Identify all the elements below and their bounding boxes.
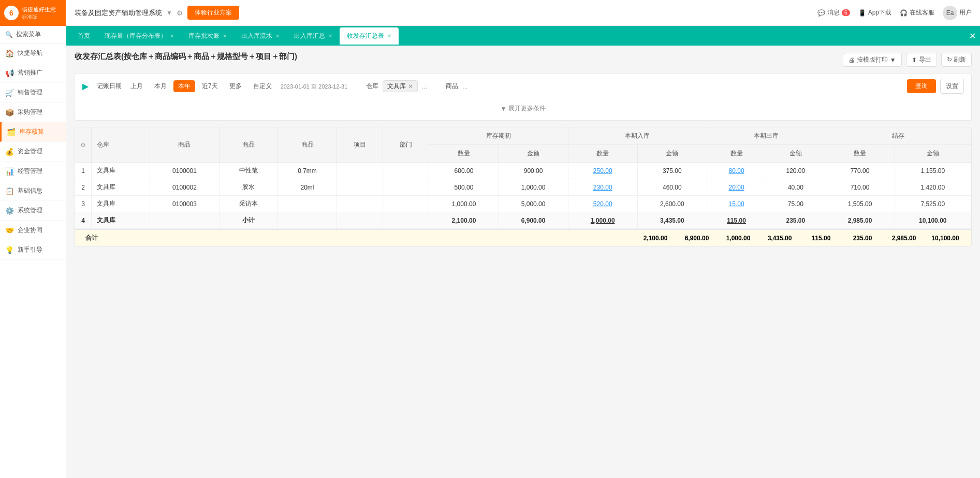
- filter-setting-btn[interactable]: 设置: [940, 79, 964, 94]
- tab-close-icon[interactable]: ✕: [387, 33, 391, 39]
- filter-more-btn[interactable]: 更多: [225, 80, 246, 92]
- cell-bal-qty: 770.00: [825, 163, 895, 179]
- user-item[interactable]: Ea 用户: [943, 6, 972, 20]
- tab-bar: 首页 现存量（库存分布表） ✕ 库存批次账 ✕ 出入库流水 ✕ 出入库汇总 ✕ …: [66, 26, 980, 46]
- cell-out-qty[interactable]: 80.00: [707, 163, 766, 179]
- settings-icon[interactable]: ⚙: [177, 9, 183, 17]
- dropdown-arrow: ▼: [166, 9, 172, 17]
- cell-project: [337, 179, 383, 196]
- dropdown-arrow: ▼: [890, 56, 896, 64]
- tab-inventory-dist[interactable]: 现存量（库存分布表） ✕: [97, 27, 181, 45]
- page-title: 收发存汇总表(按仓库＋商品编码＋商品＋规格型号＋项目＋部门): [75, 52, 297, 62]
- cell-bal-qty: 710.00: [825, 179, 895, 196]
- page-content: 收发存汇总表(按仓库＋商品编码＋商品＋规格型号＋项目＋部门) 🖨 按模版打印 ▼…: [66, 46, 980, 478]
- table-row: 3 文具库 0100003 采访本 1,000.00 5,000.00 520.…: [75, 196, 971, 212]
- th-product-code: 商品: [150, 127, 219, 163]
- cell-product-code: 0100001: [150, 163, 219, 179]
- filter-this-year-btn[interactable]: 本年: [173, 80, 195, 92]
- sidebar-item-enterprise[interactable]: 🤝 企业协同: [0, 221, 66, 240]
- search-icon: 🔍: [5, 31, 13, 38]
- cell-out-amt: 75.00: [766, 196, 825, 212]
- trial-btn[interactable]: 体验行业方案: [187, 6, 239, 20]
- expand-btn[interactable]: ▼ 展开更多条件: [501, 104, 546, 113]
- sidebar-item-inventory[interactable]: 🗂️ 库存核算: [0, 122, 66, 142]
- th-open-amt: 金额: [499, 145, 568, 163]
- cell-product-spec: 0.7mm: [277, 163, 337, 179]
- filter-last-month-btn[interactable]: 上月: [126, 80, 148, 92]
- filter-collapse-btn[interactable]: ▶: [82, 81, 89, 91]
- cell-in-qty[interactable]: 250.00: [568, 163, 637, 179]
- tab-close-icon[interactable]: ✕: [170, 33, 174, 39]
- tab-close-icon[interactable]: ✕: [223, 33, 227, 39]
- tab-stock-summary[interactable]: 收发存汇总表 ✕: [340, 27, 399, 45]
- print-icon: 🖨: [849, 56, 855, 64]
- footer-label: 合计: [85, 234, 98, 242]
- tab-close-icon[interactable]: ✕: [328, 33, 332, 39]
- filter-product-more[interactable]: ...: [462, 83, 467, 90]
- sidebar-item-purchase[interactable]: 📦 采购管理: [0, 103, 66, 122]
- cell-open-amt: 5,000.00: [499, 196, 568, 212]
- cell-bal-qty: 2,985.00: [825, 212, 895, 229]
- page-actions: 🖨 按模版打印 ▼ ⬆ 导出 ↻ 刷新: [843, 53, 972, 67]
- cell-product-name: 采访本: [220, 196, 278, 212]
- basic-icon: 📋: [5, 187, 13, 195]
- table-settings-icon[interactable]: ⚙: [80, 141, 86, 149]
- expand-icon: ▼: [501, 105, 507, 112]
- filter-warehouse-close-icon[interactable]: ✕: [408, 83, 413, 90]
- cell-department: [383, 179, 429, 196]
- cell-in-qty[interactable]: 520.00: [568, 196, 637, 212]
- online-service-item[interactable]: 🎧 在线客服: [900, 8, 934, 17]
- filter-product-group: 商品 ...: [446, 82, 467, 91]
- topbar-right: 💬 消息 6 📱 App下载 🎧 在线客服 Ea 用户: [817, 6, 972, 20]
- purchase-icon: 📦: [5, 108, 13, 117]
- cell-out-amt: 40.00: [766, 179, 825, 196]
- th-in-amt: 金额: [637, 145, 707, 163]
- cell-product-code: 0100002: [150, 179, 219, 196]
- sidebar-item-finance[interactable]: 💰 资金管理: [0, 142, 66, 162]
- cell-in-qty[interactable]: 230.00: [568, 179, 637, 196]
- footer-in-qty: 1,000.00: [718, 235, 759, 242]
- cell-department: [383, 163, 429, 179]
- sidebar-item-marketing[interactable]: 📢 营销推广: [0, 63, 66, 83]
- export-btn[interactable]: ⬆ 导出: [906, 53, 937, 67]
- sidebar-search[interactable]: 🔍 搜索菜单: [0, 26, 66, 44]
- refresh-btn[interactable]: ↻ 刷新: [941, 53, 972, 67]
- cell-out-qty[interactable]: 20.00: [707, 179, 766, 196]
- tab-batch-account[interactable]: 库存批次账 ✕: [181, 27, 234, 45]
- footer-bal-qty: 2,985.00: [883, 235, 925, 242]
- guide-icon: 💡: [5, 246, 13, 254]
- enterprise-icon: 🤝: [5, 226, 13, 235]
- filter-warehouse-more[interactable]: ...: [422, 83, 427, 90]
- filter-7days-btn[interactable]: 近7天: [197, 80, 223, 92]
- app-download-item[interactable]: 📱 App下载: [858, 8, 891, 17]
- topbar: 装备及固定资产辅助管理系统 ▼ ⚙ 体验行业方案 💬 消息 6 📱 App下载 …: [66, 0, 980, 26]
- message-item[interactable]: 💬 消息 6: [817, 8, 850, 17]
- print-btn[interactable]: 🖨 按模版打印 ▼: [843, 53, 902, 67]
- main-content: 装备及固定资产辅助管理系统 ▼ ⚙ 体验行业方案 💬 消息 6 📱 App下载 …: [66, 0, 980, 478]
- logo-icon: 6: [4, 6, 19, 20]
- cell-in-amt: 3,435.00: [637, 212, 707, 229]
- tab-home[interactable]: 首页: [70, 27, 97, 45]
- sidebar-item-sales[interactable]: 🛒 销售管理: [0, 83, 66, 103]
- cell-product-spec: [277, 212, 337, 229]
- cell-out-qty[interactable]: 15.00: [707, 196, 766, 212]
- filter-warehouse-tag[interactable]: 文具库 ✕: [383, 80, 418, 92]
- table-footer: 合计 2,100.00 6,900.00 1,000.00 3,435.00 1…: [75, 229, 971, 246]
- filter-this-month-btn[interactable]: 本月: [150, 80, 171, 92]
- sidebar-item-system[interactable]: ⚙️ 系统管理: [0, 201, 66, 221]
- th-project: 项目: [337, 127, 383, 163]
- cell-product-spec: 20ml: [277, 179, 337, 196]
- tab-inout-flow[interactable]: 出入库流水 ✕: [234, 27, 287, 45]
- sidebar-item-guide[interactable]: 💡 新手引导: [0, 240, 66, 260]
- sidebar-item-basic[interactable]: 📋 基础信息: [0, 181, 66, 201]
- tabs-close-all[interactable]: ✕: [969, 31, 976, 41]
- footer-in-amt: 3,435.00: [759, 235, 800, 242]
- tab-inout-summary[interactable]: 出入库汇总 ✕: [287, 27, 340, 45]
- cell-out-amt: 120.00: [766, 163, 825, 179]
- filter-custom-btn[interactable]: 自定义: [248, 80, 276, 92]
- sidebar-item-operations[interactable]: 📊 经营管理: [0, 162, 66, 181]
- th-product-name: 商品: [220, 127, 278, 163]
- tab-close-icon[interactable]: ✕: [275, 33, 280, 39]
- query-btn[interactable]: 查询: [907, 79, 936, 93]
- sidebar-item-quick[interactable]: 🏠 快捷导航: [0, 44, 66, 63]
